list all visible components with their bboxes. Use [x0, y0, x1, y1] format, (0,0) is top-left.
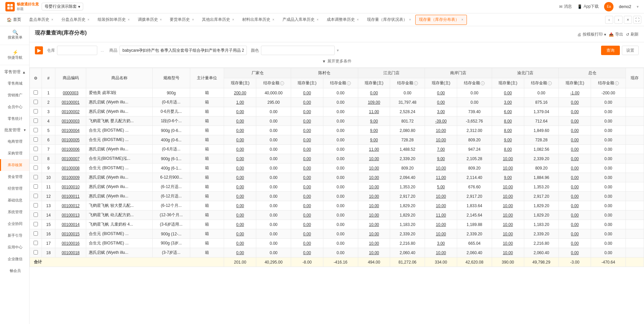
info-icon[interactable]: i — [280, 81, 284, 85]
row-jbmd-qty[interactable]: 9.00 — [358, 126, 390, 135]
row-namd-qty[interactable]: 10.00 — [425, 126, 457, 135]
row-zc-qty[interactable]: -1.00 — [559, 88, 591, 98]
row-ybmd-qty[interactable]: 6.00 — [492, 107, 524, 117]
tab-kucun-status[interactable]: 现存量（库存状况表） × — [363, 15, 415, 25]
row-zc-qty[interactable]: 0.00 — [559, 126, 591, 135]
industry-selector[interactable]: 母婴行业演示陈套 ▾ — [42, 3, 83, 10]
row-ybmd-qty[interactable]: 10.00 — [492, 182, 524, 192]
sidebar-item-member-card[interactable]: 畅会员 — [0, 265, 29, 277]
row-code[interactable]: 00100001 — [55, 98, 86, 107]
row-code[interactable]: 00100018 — [55, 248, 86, 258]
tab-chenben[interactable]: 成本调整单历史 × — [323, 15, 363, 25]
tab-yaohuo[interactable]: 要货单历史 × — [166, 15, 198, 25]
row-code[interactable]: 00100002 — [55, 107, 86, 117]
row-cjc-qty[interactable]: 0.00 — [224, 229, 256, 239]
row-checkbox[interactable] — [30, 154, 42, 164]
row-ccc-qty[interactable]: 0.00 — [291, 173, 323, 182]
info-icon[interactable]: i — [414, 81, 418, 85]
username[interactable]: demo2 — [619, 4, 631, 9]
row-code[interactable]: 00100004 — [55, 126, 86, 135]
close-icon[interactable]: × — [272, 18, 274, 21]
info-icon[interactable]: i — [481, 81, 485, 85]
row-jbmd-qty[interactable]: 10.00 — [358, 211, 390, 220]
tab-home[interactable]: 🏠 首页 — [3, 15, 25, 25]
row-jbmd-qty[interactable]: 10.00 — [358, 192, 390, 201]
row-zc-qty[interactable]: 0.00 — [559, 135, 591, 145]
row-checkbox[interactable] — [30, 173, 42, 182]
row-cjc-qty[interactable]: 0.00 — [224, 126, 256, 135]
sidebar-quick-nav[interactable]: ⚡ 快捷导航 — [0, 46, 29, 63]
row-jbmd-qty[interactable]: 10.00 — [358, 201, 390, 211]
row-checkbox[interactable] — [30, 117, 42, 126]
info-icon[interactable]: i — [548, 81, 552, 85]
row-namd-qty[interactable]: 0.00 — [425, 88, 457, 98]
row-ybmd-qty[interactable]: 3.00 — [492, 98, 524, 107]
tab-next-button[interactable]: › — [614, 16, 623, 24]
row-zc-qty[interactable]: 0.00 — [559, 164, 591, 173]
tab-diaobo[interactable]: 调拨单历史 × — [134, 15, 166, 25]
close-icon[interactable]: × — [128, 18, 130, 21]
row-zc-qty[interactable]: 0.00 — [559, 107, 591, 117]
row-namd-qty[interactable]: 7.00 — [425, 145, 457, 154]
row-code[interactable]: 00100012 — [55, 201, 86, 211]
row-namd-qty[interactable]: 10.00 — [425, 229, 457, 239]
row-checkbox[interactable] — [30, 248, 42, 258]
sidebar-item-system[interactable]: 系统管理 — [0, 206, 29, 218]
settings-button[interactable]: 设置 — [622, 46, 639, 55]
row-ccc-qty[interactable]: 0.00 — [291, 145, 323, 154]
row-ybmd-qty[interactable]: 8.00 — [492, 117, 524, 126]
expand-conditions-button[interactable]: ▼ 展开更多条件 — [322, 58, 352, 64]
info-icon[interactable]: i — [615, 81, 619, 85]
row-jbmd-qty[interactable]: 10.00 — [358, 164, 390, 173]
row-code[interactable]: 0000003 — [55, 88, 86, 98]
tab-close-all-button[interactable]: × — [624, 16, 632, 24]
sidebar-item-member[interactable]: 会员中心 — [0, 101, 29, 113]
row-cjc-qty[interactable]: 0.00 — [224, 117, 256, 126]
row-ybmd-qty[interactable]: 10.00 — [492, 211, 524, 220]
row-zc-qty[interactable]: 0.00 — [559, 229, 591, 239]
tab-chaijian[interactable]: 组装拆卸单历史 × — [94, 15, 133, 25]
color-input[interactable] — [261, 46, 335, 55]
row-ccc-qty[interactable]: 0.00 — [291, 164, 323, 173]
row-namd-qty[interactable]: 0.00 — [425, 98, 457, 107]
chevron-down-icon-user[interactable]: ▾ — [637, 4, 639, 9]
sidebar-item-inventory[interactable]: 库存核算 — [0, 159, 29, 171]
row-zc-qty[interactable]: 0.00 — [559, 192, 591, 201]
row-checkbox[interactable] — [30, 229, 42, 239]
row-jbmd-qty[interactable]: 9.00 — [358, 135, 390, 145]
row-code[interactable]: 00100007 — [55, 154, 86, 164]
row-ybmd-qty[interactable]: 10.00 — [492, 248, 524, 258]
close-icon[interactable]: × — [192, 18, 194, 21]
goods-input[interactable] — [119, 46, 247, 55]
close-icon[interactable]: × — [51, 18, 53, 21]
row-ccc-qty[interactable]: 0.00 — [291, 135, 323, 145]
row-ybmd-qty[interactable]: 8.00 — [492, 145, 524, 154]
row-code[interactable]: 00100011 — [55, 192, 86, 201]
row-namd-qty[interactable]: -39.00 — [425, 117, 457, 126]
tab-stocktake[interactable]: 盘点单历史 × — [25, 15, 57, 25]
tab-prev-button[interactable]: ‹ — [605, 16, 613, 24]
row-namd-qty[interactable]: 10.00 — [425, 192, 457, 201]
row-code[interactable]: 00100003 — [55, 117, 86, 126]
sidebar-item-marketing[interactable]: 营销推广 — [0, 89, 29, 101]
row-code[interactable]: 00100006 — [55, 145, 86, 154]
row-ccc-qty[interactable]: 0.00 — [291, 107, 323, 117]
row-namd-qty[interactable]: 10.00 — [425, 164, 457, 173]
row-checkbox[interactable] — [30, 182, 42, 192]
row-checkbox[interactable] — [30, 201, 42, 211]
info-icon[interactable]: i — [347, 81, 351, 85]
row-ybmd-qty[interactable]: 10.00 — [492, 164, 524, 173]
close-icon[interactable]: × — [357, 18, 359, 21]
sidebar-item-retail-shop[interactable]: 零售商城 — [0, 78, 29, 89]
sidebar-item-retail-stats[interactable]: 零售统计 — [0, 113, 29, 125]
row-namd-qty[interactable]: 10.00 — [425, 248, 457, 258]
row-ybmd-qty[interactable]: 10.00 — [492, 220, 524, 229]
row-ybmd-qty[interactable]: 9.00 — [492, 135, 524, 145]
row-ybmd-qty[interactable]: 10.00 — [492, 239, 524, 248]
row-ybmd-qty[interactable]: 8.00 — [492, 126, 524, 135]
export-button[interactable]: 📤 导出 — [609, 32, 623, 37]
close-icon[interactable]: × — [409, 18, 411, 21]
row-ybmd-qty[interactable]: 10.00 — [492, 201, 524, 211]
row-ccc-qty[interactable]: 0.00 — [291, 201, 323, 211]
row-ccc-qty[interactable]: 0.00 — [291, 248, 323, 258]
